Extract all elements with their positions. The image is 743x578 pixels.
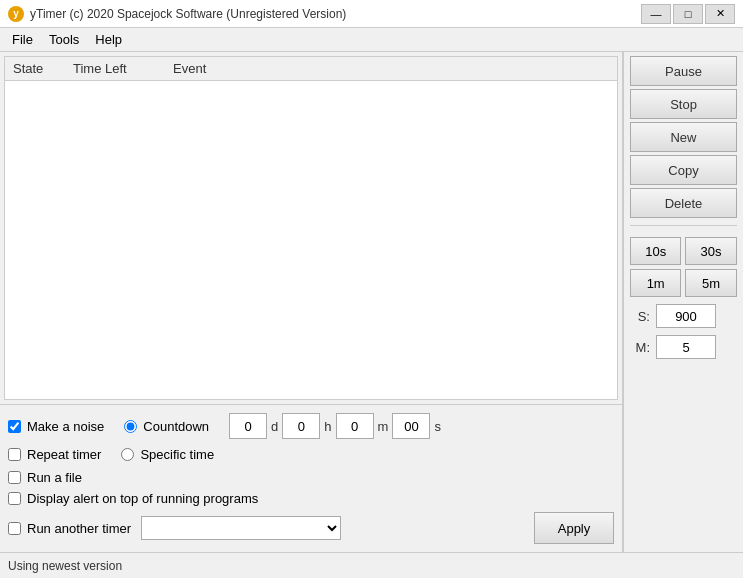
- make-noise-checkbox-label[interactable]: Make a noise: [8, 419, 104, 434]
- right-panel: Pause Stop New Copy Delete 10s 30s 1m 5m…: [623, 52, 743, 552]
- timer-list-body[interactable]: [5, 81, 617, 395]
- minutes-input-row: M:: [630, 335, 737, 359]
- m-value-input[interactable]: [656, 335, 716, 359]
- specific-time-radio-label[interactable]: Specific time: [121, 447, 214, 462]
- bottom-row2: Repeat timer Specific time: [8, 447, 614, 462]
- s-value-input[interactable]: [656, 304, 716, 328]
- hours-label: h: [324, 419, 331, 434]
- days-input[interactable]: [229, 413, 267, 439]
- display-alert-checkbox[interactable]: [8, 492, 21, 505]
- menu-bar: File Tools Help: [0, 28, 743, 52]
- bottom-row4: Display alert on top of running programs: [8, 491, 614, 506]
- bottom-row5: Run another timer Apply: [8, 512, 614, 544]
- close-button[interactable]: ✕: [705, 4, 735, 24]
- btn-30s[interactable]: 30s: [685, 237, 736, 265]
- bottom-panel: Make a noise Countdown d h m s: [0, 404, 622, 552]
- minutes-label: m: [378, 419, 389, 434]
- stop-button[interactable]: Stop: [630, 89, 737, 119]
- menu-file[interactable]: File: [4, 30, 41, 49]
- display-alert-label: Display alert on top of running programs: [27, 491, 258, 506]
- window-title: yTimer (c) 2020 Spacejock Software (Unre…: [30, 7, 346, 21]
- run-file-checkbox[interactable]: [8, 471, 21, 484]
- make-noise-checkbox[interactable]: [8, 420, 21, 433]
- run-file-label: Run a file: [27, 470, 82, 485]
- btn-5m[interactable]: 5m: [685, 269, 736, 297]
- column-event: Event: [173, 61, 609, 76]
- btn-1m[interactable]: 1m: [630, 269, 681, 297]
- m-label: M:: [630, 340, 650, 355]
- separator1: [630, 225, 737, 226]
- repeat-timer-checkbox[interactable]: [8, 448, 21, 461]
- hours-input[interactable]: [282, 413, 320, 439]
- status-text: Using newest version: [8, 559, 122, 573]
- column-timeleft: Time Left: [73, 61, 173, 76]
- days-label: d: [271, 419, 278, 434]
- s-label: S:: [630, 309, 650, 324]
- specific-time-label: Specific time: [140, 447, 214, 462]
- status-bar: Using newest version: [0, 552, 743, 578]
- run-another-checkbox-label[interactable]: Run another timer: [8, 521, 131, 536]
- run-file-checkbox-label[interactable]: Run a file: [8, 470, 82, 485]
- menu-tools[interactable]: Tools: [41, 30, 87, 49]
- bottom-row1: Make a noise Countdown d h m s: [8, 413, 614, 439]
- repeat-timer-checkbox-label[interactable]: Repeat timer: [8, 447, 101, 462]
- pause-button[interactable]: Pause: [630, 56, 737, 86]
- menu-help[interactable]: Help: [87, 30, 130, 49]
- run-another-checkbox[interactable]: [8, 522, 21, 535]
- left-panel: State Time Left Event Make a noise Count…: [0, 52, 623, 552]
- countdown-label: Countdown: [143, 419, 209, 434]
- make-noise-label: Make a noise: [27, 419, 104, 434]
- new-button[interactable]: New: [630, 122, 737, 152]
- seconds-label: s: [434, 419, 441, 434]
- quick-buttons: 10s 30s 1m 5m: [630, 237, 737, 297]
- display-alert-checkbox-label[interactable]: Display alert on top of running programs: [8, 491, 258, 506]
- seconds-input[interactable]: [392, 413, 430, 439]
- maximize-button[interactable]: □: [673, 4, 703, 24]
- repeat-timer-label: Repeat timer: [27, 447, 101, 462]
- delete-button[interactable]: Delete: [630, 188, 737, 218]
- timer-list: State Time Left Event: [4, 56, 618, 400]
- run-another-label: Run another timer: [27, 521, 131, 536]
- countdown-radio-label[interactable]: Countdown: [124, 419, 209, 434]
- title-bar: y yTimer (c) 2020 Spacejock Software (Un…: [0, 0, 743, 28]
- specific-time-radio[interactable]: [121, 448, 134, 461]
- minutes-input[interactable]: [336, 413, 374, 439]
- apply-button[interactable]: Apply: [534, 512, 614, 544]
- column-state: State: [13, 61, 73, 76]
- main-content: State Time Left Event Make a noise Count…: [0, 52, 743, 552]
- btn-10s[interactable]: 10s: [630, 237, 681, 265]
- countdown-radio[interactable]: [124, 420, 137, 433]
- minimize-button[interactable]: —: [641, 4, 671, 24]
- app-icon: y: [8, 6, 24, 22]
- timer-list-header: State Time Left Event: [5, 57, 617, 81]
- run-another-dropdown[interactable]: [141, 516, 341, 540]
- time-inputs: d h m s: [229, 413, 441, 439]
- copy-button[interactable]: Copy: [630, 155, 737, 185]
- seconds-input-row: S:: [630, 304, 737, 328]
- bottom-row3: Run a file: [8, 470, 614, 485]
